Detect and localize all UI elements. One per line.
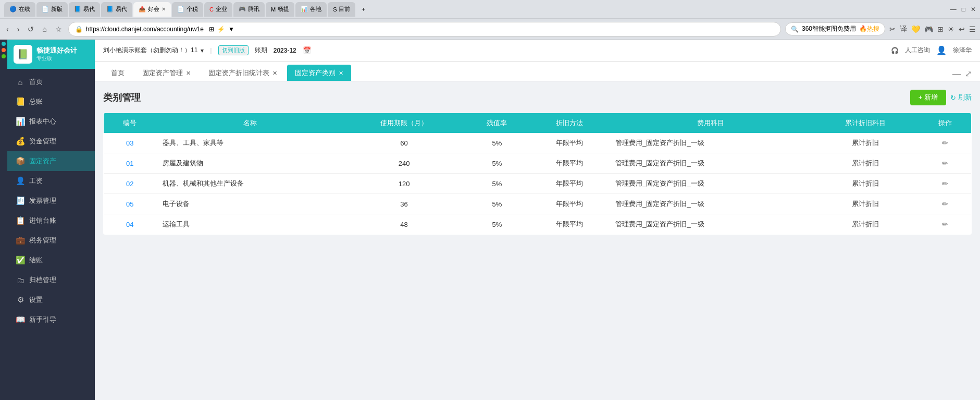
wallet-icon[interactable]: 💛 <box>911 25 920 33</box>
browser-toolbar: ✂ 译 💛 🎮 ⊞ ☀ ↩ ☰ <box>889 25 976 34</box>
edit-button[interactable]: ✏ <box>942 139 948 147</box>
page-content: 类别管理 + 新增 ↻ 刷新 编号 名称 使用期限（月） 残值率 <box>95 81 980 400</box>
sidebar-item-archive[interactable]: 🗂 归档管理 <box>7 270 95 290</box>
bookmark-button[interactable]: ☆ <box>53 23 64 35</box>
header-actions: + 新增 ↻ 刷新 <box>910 90 972 105</box>
cell-expense: 管理费用_固定资产折旧_一级 <box>609 133 812 153</box>
table-row: 05 电子设备 36 5% 年限平均 管理费用_固定资产折旧_一级 累计折旧 ✏ <box>104 194 972 214</box>
dropdown-icon[interactable]: ▾ <box>201 47 204 54</box>
sidebar-item-ledger[interactable]: 📒 总账 <box>7 92 95 112</box>
home-button[interactable]: ⌂ <box>40 23 48 35</box>
separator: | <box>210 46 212 54</box>
col-method: 折旧方法 <box>530 113 609 134</box>
sidebar-item-reports[interactable]: 📊 报表中心 <box>7 112 95 131</box>
browser-tab-gedi[interactable]: 📊 各地 <box>295 2 327 17</box>
cut-icon[interactable]: ✂ <box>889 25 896 33</box>
menu-icon[interactable]: ☰ <box>969 25 976 33</box>
browser-tab-mumu[interactable]: S 目前 <box>328 2 355 17</box>
close-window-button[interactable]: ✕ <box>971 6 976 13</box>
sidebar-item-tax[interactable]: 💼 税务管理 <box>7 231 95 250</box>
edit-button[interactable]: ✏ <box>942 159 948 167</box>
grid-icon[interactable]: ⊞ <box>937 25 944 33</box>
sidebar-item-guide[interactable]: 📖 新手引导 <box>7 310 95 330</box>
forward-button[interactable]: › <box>15 23 22 35</box>
money-icon: 💰 <box>16 137 25 146</box>
browser-tab-new[interactable]: 📄 新版 <box>36 2 68 17</box>
maximize-button[interactable]: □ <box>962 6 965 13</box>
edit-button[interactable]: ✏ <box>942 179 948 188</box>
lightning-icon[interactable]: ⚡ <box>217 26 225 33</box>
minimize-button[interactable]: — <box>950 6 957 13</box>
game-icon[interactable]: 🎮 <box>924 25 933 33</box>
browser-tab-yidai2[interactable]: 📘 易代 <box>101 2 132 17</box>
reload-button[interactable]: ↺ <box>26 23 36 35</box>
sidebar-item-settlement[interactable]: ✅ 结账 <box>7 250 95 270</box>
switch-version-button[interactable]: 切到旧版 <box>218 45 249 55</box>
period-value: 2023-12 <box>274 47 296 54</box>
sidebar-item-home[interactable]: ⌂ 首页 <box>7 72 95 92</box>
sidebar-item-invoice[interactable]: 🧾 发票管理 <box>7 191 95 211</box>
refresh-icon: ↻ <box>950 94 956 102</box>
edit-button[interactable]: ✏ <box>942 220 948 228</box>
cell-period: 60 <box>344 133 464 153</box>
close-icon[interactable]: ✕ <box>162 6 166 12</box>
browser-tab-tax[interactable]: 📄 个税 <box>172 2 203 17</box>
browser-tab-haohui[interactable]: 📤 好会 ✕ <box>133 2 171 17</box>
sidebar-item-funds[interactable]: 💰 资金管理 <box>7 131 95 151</box>
tab-icon: M <box>271 6 276 13</box>
header-username: 徐泽华 <box>953 46 972 55</box>
address-url: https://cloud.chanjet.com/accounting/uw1… <box>86 26 204 33</box>
table-row: 01 房屋及建筑物 240 5% 年限平均 管理费用_固定资产折旧_一级 累计折… <box>104 153 972 174</box>
window-minimize-button[interactable]: — <box>952 69 961 79</box>
site-info-icon[interactable]: ⊞ <box>209 26 214 33</box>
edit-button[interactable]: ✏ <box>942 200 948 208</box>
search-bar[interactable]: 🔍 360智能抠图免费用 🔥热搜 <box>785 22 885 35</box>
tab-asset-management[interactable]: 固定资产管理 ✕ <box>134 65 199 81</box>
refresh-button[interactable]: ↻ 刷新 <box>950 93 972 102</box>
browser-tab-yidai1[interactable]: 📘 易代 <box>69 2 100 17</box>
close-icon[interactable]: ✕ <box>186 70 191 77</box>
back-button[interactable]: ‹ <box>4 23 11 35</box>
calendar-icon[interactable]: 📅 <box>303 46 311 54</box>
tab-asset-category[interactable]: 固定资产类别 ✕ <box>287 65 351 81</box>
sidebar-item-assets[interactable]: 📦 固定资产 <box>7 151 95 171</box>
browser-tab-tencent[interactable]: 🎮 腾讯 <box>233 2 265 17</box>
new-tab-button[interactable]: ＋ <box>356 2 370 17</box>
sidebar-item-label: 税务管理 <box>29 236 56 245</box>
guide-icon: 📖 <box>16 315 25 324</box>
cell-name: 机器、机械和其他生产设备 <box>156 174 344 194</box>
cell-action: ✏ <box>919 174 971 194</box>
sidebar-item-settings[interactable]: ⚙ 设置 <box>7 290 95 310</box>
browser-tab-enterprise[interactable]: C 企业 <box>204 2 232 17</box>
col-accumulated: 累计折旧科目 <box>812 113 919 134</box>
tab-icon: 📘 <box>106 6 114 13</box>
sidebar-item-label: 报表中心 <box>29 117 56 126</box>
tab-label: 在线 <box>19 5 30 13</box>
sidebar-item-ledger-book[interactable]: 📋 进销台账 <box>7 211 95 231</box>
sidebar-item-label: 首页 <box>29 77 43 87</box>
left-accent-bar <box>0 40 7 400</box>
tab-depreciation-stats[interactable]: 固定资产折旧统计表 ✕ <box>201 65 285 81</box>
cell-action: ✏ <box>919 153 971 174</box>
header-left: 刘小艳演示账套（勿删勿动！）11 ▾ | 切到旧版 账期 2023-12 📅 <box>103 45 311 55</box>
close-icon[interactable]: ✕ <box>272 70 277 77</box>
sidebar-item-payroll[interactable]: 👤 工资 <box>7 171 95 191</box>
col-name: 名称 <box>156 113 344 134</box>
tab-home[interactable]: 首页 <box>103 65 132 81</box>
user-info: 刘小艳演示账套（勿删勿动！）11 ▾ <box>103 46 204 55</box>
browser-tab-changtui[interactable]: M 畅提 <box>266 2 294 17</box>
app-title: 畅捷通好会计 <box>36 46 77 55</box>
cell-accumulated: 累计折旧 <box>812 194 919 214</box>
undo-icon[interactable]: ↩ <box>959 25 965 33</box>
window-expand-button[interactable]: ⤢ <box>965 69 972 79</box>
address-bar[interactable]: 🔒 https://cloud.chanjet.com/accounting/u… <box>68 22 781 37</box>
browser-tab-online[interactable]: 🔵 在线 <box>4 2 35 17</box>
cell-residual: 5% <box>464 194 530 214</box>
brightness-icon[interactable]: ☀ <box>948 25 954 33</box>
period-label: 账期 <box>255 46 267 55</box>
add-button[interactable]: + 新增 <box>910 90 946 105</box>
translate-icon[interactable]: 译 <box>900 25 907 34</box>
support-label[interactable]: 人工咨询 <box>905 46 930 55</box>
close-icon[interactable]: ✕ <box>339 70 343 77</box>
expand-icon[interactable]: ▼ <box>228 26 234 33</box>
